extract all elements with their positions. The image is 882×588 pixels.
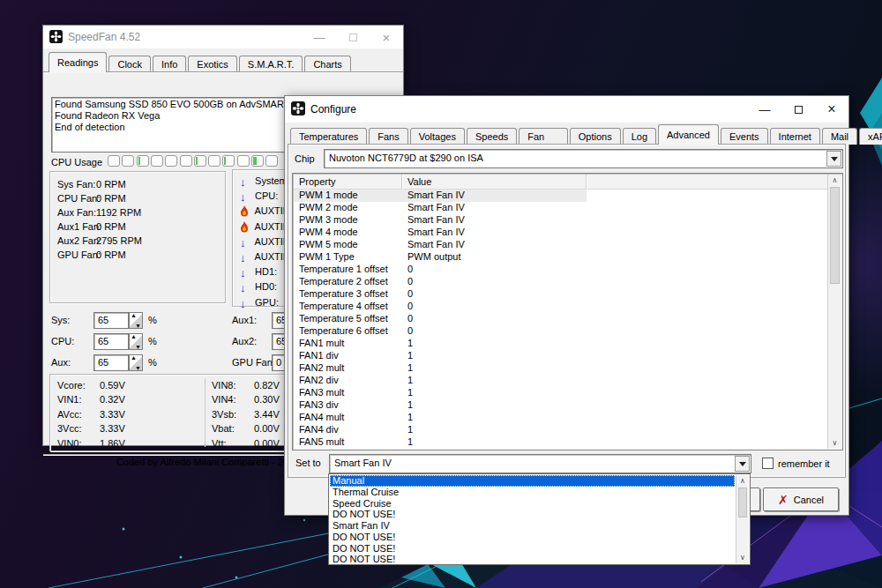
speed-label: Aux: [51,357,71,368]
configure-tab-mail[interactable]: Mail [822,128,857,145]
fan-reading-value: 2795 RPM [96,235,142,246]
speedfan-tab-exotics[interactable]: Exotics [188,56,236,72]
dropdown-scrollbar[interactable]: ∧ ∨ [736,475,749,563]
close-icon[interactable]: × [370,30,403,45]
remember-checkbox[interactable] [762,458,774,469]
table-row[interactable]: PWM 5 modeSmart Fan IV [294,239,587,251]
speed-value-field[interactable]: 65 [93,354,129,371]
minimize-icon[interactable]: — [748,103,781,116]
speedfan-tab-info[interactable]: Info [153,56,186,72]
spinner-up-icon[interactable]: ▲ [131,312,137,318]
table-row[interactable]: FAN4 mult1 [294,412,587,424]
table-row[interactable]: FAN3 mult1 [294,387,587,399]
value-cell: Smart Fan IV [402,202,465,212]
speedfan-titlebar[interactable]: SpeedFan 4.52 — × [43,26,403,48]
configure-titlebar[interactable]: Configure — × [285,96,848,123]
property-table[interactable]: Property Value PWM 1 modeSmart Fan IVPWM… [292,173,843,450]
configure-tab-fan-control[interactable]: Fan Control [519,128,567,145]
spinner-up-icon[interactable]: ▲ [131,333,137,339]
scrollbar-thumb[interactable] [738,488,747,517]
speedfan-window-title: SpeedFan 4.52 [68,31,140,43]
speed-spinner[interactable]: ▲▼ [129,333,143,350]
configure-tab-temperatures[interactable]: Temperatures [290,128,367,145]
temperature-label: GPU: [252,297,279,308]
table-row[interactable]: FAN4 div1 [294,424,587,436]
set-to-dropdown-list[interactable]: ∧ ∨ ManualThermal CruiseSpeed CruiseDO N… [328,473,751,565]
configure-tab-events[interactable]: Events [721,128,768,145]
maximize-icon[interactable] [781,103,815,116]
dropdown-item[interactable]: DO NOT USE! [330,532,735,543]
table-row[interactable]: Temperature 4 offset0 [294,301,587,313]
table-row[interactable]: Temperature 6 offset0 [294,325,587,338]
speedfan-tab-charts[interactable]: Charts [304,56,350,72]
spinner-down-icon[interactable]: ▼ [135,344,141,350]
scrollbar-thumb[interactable] [830,187,840,284]
column-header-value[interactable]: Value [402,175,587,190]
speed-unit: % [148,357,157,368]
voltage-label: Vcore: [57,380,86,391]
chip-combo-arrow-icon[interactable] [826,151,841,167]
configure-tab-voltages[interactable]: Voltages [410,128,465,145]
detection-log[interactable]: ∧ ∨ Found Samsung SSD 850 EVO 500GB on A… [51,97,311,153]
set-to-combo-arrow-icon[interactable] [735,456,750,472]
dropdown-item[interactable]: Manual [330,475,735,487]
speedfan-tab-clock[interactable]: Clock [108,56,151,72]
dropdown-item[interactable]: Smart Fan IV [330,520,735,532]
dropdown-item[interactable]: DO NOT USE! [330,554,735,565]
table-row[interactable]: FAN5 mult1 [294,436,587,449]
table-row[interactable]: PWM 4 modeSmart Fan IV [294,227,587,239]
scroll-down-icon[interactable]: ∨ [736,552,749,563]
spinner-up-icon[interactable]: ▲ [131,354,137,361]
configure-tab-xap[interactable]: xAP [859,128,882,145]
spinner-down-icon[interactable]: ▼ [135,365,141,371]
property-table-header[interactable]: Property Value [294,175,827,190]
configure-tab-internet[interactable]: Internet [770,128,820,145]
minimize-icon[interactable]: — [303,31,336,44]
dropdown-item[interactable]: Thermal Cruise [330,487,735,498]
set-to-combobox[interactable]: Smart Fan IV [329,454,751,473]
scroll-up-icon[interactable]: ∧ [736,475,749,487]
cancel-x-icon: ✗ [778,493,789,507]
chip-combobox[interactable]: Nuvoton NCT6779D at $290 on ISA [324,149,843,168]
table-row[interactable]: Temperature 5 offset0 [294,313,587,325]
scroll-up-icon[interactable]: ∧ [828,175,841,186]
speed-value-field[interactable]: 65 [93,333,129,350]
spinner-down-icon[interactable]: ▼ [135,323,141,329]
configure-tab-fans[interactable]: Fans [369,128,407,145]
speedfan-tab-readings[interactable]: Readings [49,52,107,72]
table-row[interactable]: Temperature 3 offset0 [294,288,587,301]
speed-spinner[interactable]: ▲▼ [129,312,143,329]
table-row[interactable]: PWM 1 modeSmart Fan IV [294,190,587,202]
temperature-row: ↓ GPU: [240,297,279,310]
table-row[interactable]: Temperature 1 offset0 [294,264,587,276]
table-row[interactable]: FAN3 div1 [294,399,587,412]
fan-reading-value: 0 RPM [96,193,126,204]
table-row[interactable]: PWM 3 modeSmart Fan IV [294,214,587,227]
voltage-value: 3.33V [100,423,125,434]
speed-value-field[interactable]: 65 [93,312,129,329]
column-header-extra[interactable] [587,175,827,190]
close-icon[interactable]: × [815,101,848,117]
table-row[interactable]: PWM 1 TypePWM output [294,251,587,264]
table-row[interactable]: FAN1 div1 [294,350,587,362]
table-scrollbar[interactable]: ∧ ∨ [827,175,841,449]
column-header-property[interactable]: Property [294,175,402,190]
scroll-down-icon[interactable]: ∨ [828,437,841,449]
configure-tab-speeds[interactable]: Speeds [467,128,517,145]
maximize-icon[interactable] [336,31,370,44]
table-row[interactable]: PWM 2 modeSmart Fan IV [294,202,587,214]
configure-tab-log[interactable]: Log [623,128,656,145]
speedfan-tab-s-m-a-r-t-[interactable]: S.M.A.R.T. [239,56,303,72]
dropdown-item[interactable]: DO NOT USE! [330,509,735,520]
table-row[interactable]: Temperature 2 offset0 [294,276,587,288]
table-row[interactable]: FAN2 mult1 [294,362,587,375]
dropdown-item[interactable]: DO NOT USE! [330,543,735,555]
configure-tab-advanced[interactable]: Advanced [658,124,719,145]
table-row[interactable]: FAN1 mult1 [294,338,587,350]
table-row[interactable]: FAN2 div1 [294,375,587,387]
speed-spinner[interactable]: ▲▼ [129,354,143,371]
cancel-button[interactable]: ✗ Cancel [763,488,839,511]
value-cell: 0 [402,264,413,274]
dropdown-item[interactable]: Speed Cruise [330,498,735,510]
configure-tab-options[interactable]: Options [570,128,621,145]
